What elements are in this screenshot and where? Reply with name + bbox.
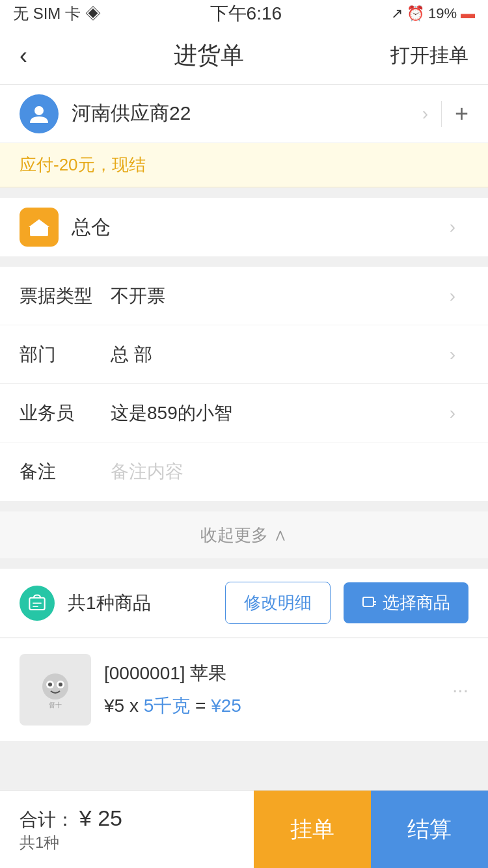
quantity: 5千克 [144, 696, 191, 716]
supplier-chevron-icon: › [422, 103, 428, 124]
edit-detail-button[interactable]: 修改明细 [225, 582, 331, 624]
svg-point-12 [59, 683, 62, 686]
select-product-label: 选择商品 [383, 591, 450, 614]
svg-text:督十: 督十 [49, 701, 62, 709]
invoice-type-row[interactable]: 票据类型 不开票 › [0, 267, 488, 325]
warehouse-chevron-icon: › [450, 217, 455, 237]
collapse-label: 收起更多 ∧ [200, 524, 287, 547]
main-content: 河南供应商22 › + 应付-20元，现结 总仓 › 票据类型 不开票 › [0, 85, 488, 826]
products-icon [20, 586, 55, 621]
supplier-row[interactable]: 河南供应商22 › + [0, 85, 488, 143]
salesperson-value: 这是859的小智 [98, 401, 450, 426]
form-card: 票据类型 不开票 › 部门 总 部 › 业务员 这是859的小智 › 备注 备注… [0, 267, 488, 501]
salesperson-chevron: › [450, 403, 455, 424]
invoice-type-chevron: › [450, 286, 455, 306]
department-value: 总 部 [98, 342, 450, 367]
svg-point-11 [48, 683, 52, 686]
product-item: 督十 [0000001] 苹果 ¥5 x 5千克 = ¥25 ··· [0, 638, 488, 741]
status-right: ↗ ⏰ 19% ▬ [391, 5, 475, 22]
notice-bar: 应付-20元，现结 [0, 143, 488, 187]
department-row[interactable]: 部门 总 部 › [0, 325, 488, 384]
total-price: ¥25 [211, 696, 241, 716]
collapse-button[interactable]: 收起更多 ∧ [0, 511, 488, 558]
svg-rect-1 [30, 226, 48, 236]
product-price: ¥5 x 5千克 = ¥25 [104, 694, 439, 718]
product-info: [0000001] 苹果 ¥5 x 5千克 = ¥25 [104, 661, 439, 718]
svg-rect-2 [29, 597, 44, 609]
warehouse-row[interactable]: 总仓 › [0, 198, 488, 256]
svg-rect-5 [363, 597, 373, 606]
status-time: 下午6:16 [210, 1, 282, 26]
back-button[interactable]: ‹ [20, 42, 27, 70]
salesperson-label: 业务员 [20, 401, 98, 426]
notice-text: 应付-20元，现结 [20, 155, 146, 174]
remark-label: 备注 [20, 459, 98, 484]
battery-icon: ▬ [461, 5, 475, 22]
department-chevron: › [450, 344, 455, 365]
open-hang-button[interactable]: 打开挂单 [390, 42, 468, 69]
warehouse-icon [20, 208, 59, 247]
salesperson-row[interactable]: 业务员 这是859的小智 › [0, 384, 488, 442]
total-label: 合计： [20, 809, 74, 830]
hang-button[interactable]: 挂单 [254, 791, 371, 869]
product-thumbnail: 督十 [20, 654, 91, 726]
vertical-divider [441, 101, 442, 127]
invoice-type-value: 不开票 [98, 284, 450, 308]
unit-price: ¥5 x [104, 696, 144, 716]
location-icon: ↗ [391, 5, 403, 22]
supplier-card: 河南供应商22 › + 应付-20元，现结 [0, 85, 488, 187]
department-label: 部门 [20, 342, 98, 367]
alarm-icon: ⏰ [407, 5, 424, 22]
product-title: 苹果 [190, 663, 226, 683]
status-left: 无 SIM 卡 ◈ [13, 3, 101, 24]
footer-count: 共1种 [20, 832, 234, 853]
products-header: 共1种商品 修改明细 选择商品 [0, 569, 488, 637]
product-name: [0000001] 苹果 [104, 661, 439, 686]
add-supplier-button[interactable]: + [455, 100, 468, 128]
total-amount: ¥ 25 [79, 806, 122, 830]
battery-label: 19% [428, 5, 457, 22]
remark-row[interactable]: 备注 备注内容 [0, 442, 488, 501]
footer: 合计： ¥ 25 共1种 挂单 结算 [0, 790, 488, 868]
equals: = [195, 696, 211, 716]
remark-input[interactable]: 备注内容 [98, 459, 468, 484]
nav-bar: ‹ 进货单 打开挂单 [0, 27, 488, 85]
warehouse-name: 总仓 [72, 214, 450, 241]
warehouse-card: 总仓 › [0, 198, 488, 256]
sim-label: 无 SIM 卡 ◈ [13, 3, 101, 24]
settle-button[interactable]: 结算 [371, 791, 488, 869]
products-count: 共1种商品 [68, 591, 212, 616]
invoice-type-label: 票据类型 [20, 284, 98, 308]
total-row: 合计： ¥ 25 [20, 806, 234, 832]
supplier-avatar [20, 94, 59, 133]
select-product-button[interactable]: 选择商品 [344, 582, 468, 623]
supplier-name: 河南供应商22 [72, 100, 422, 127]
product-more-button[interactable]: ··· [452, 679, 468, 701]
footer-total-area: 合计： ¥ 25 共1种 [0, 806, 254, 853]
product-code: [0000001] [104, 663, 190, 683]
status-bar: 无 SIM 卡 ◈ 下午6:16 ↗ ⏰ 19% ▬ [0, 0, 488, 27]
svg-point-8 [42, 673, 68, 699]
page-title: 进货单 [174, 40, 244, 72]
svg-point-0 [34, 106, 44, 115]
